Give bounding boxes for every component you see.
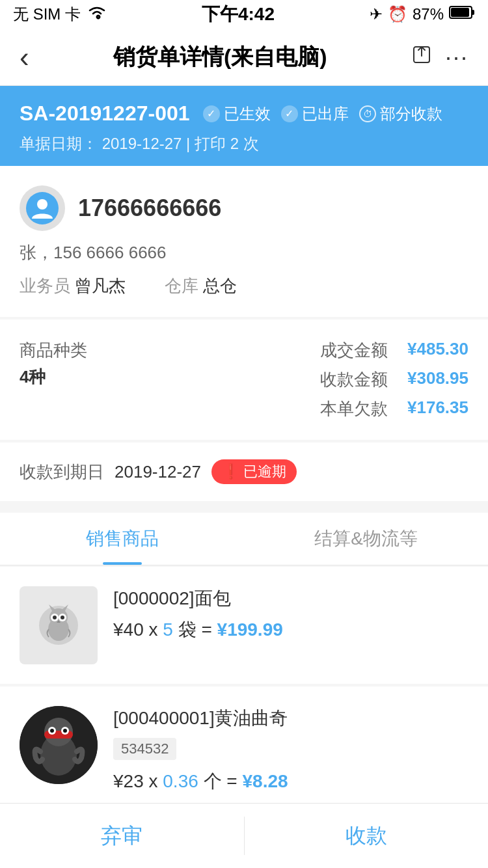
product-price-cookie: ¥23 x 0.36 个 = ¥8.28 (113, 769, 468, 794)
tab-sales-products[interactable]: 销售商品 (0, 513, 244, 565)
nav-right: ··· (411, 44, 468, 71)
svg-point-22 (63, 729, 67, 733)
stats-right: 成交金额 ¥485.30 收款金额 ¥308.95 本单欠款 ¥176.35 (320, 339, 468, 420)
status-bar: 无 SIM 卡 下午4:42 ✈ ⏰ 87% (0, 0, 488, 29)
product-info-bread: [0000002]面包 ¥40 x 5 袋 = ¥199.99 (113, 586, 468, 664)
customer-row: 17666666666 (20, 185, 468, 231)
battery-icon (449, 5, 475, 23)
status-badge-shipped: ✓ 已出库 (281, 103, 349, 124)
svg-rect-1 (472, 10, 474, 15)
overdue-badge: ❗ 已逾期 (211, 459, 297, 484)
due-date-section: 收款到期日 2019-12-27 ❗ 已逾期 (0, 442, 488, 501)
receipt-row: 收款金额 ¥308.95 (320, 368, 468, 391)
product-type-count: 4种 (20, 366, 87, 388)
svg-point-13 (61, 616, 64, 619)
order-header-row: SA-20191227-001 ✓ 已生效 ✓ 已出库 ⏱ 部分收款 (20, 102, 468, 126)
status-right: ✈ ⏰ 87% (370, 5, 475, 23)
back-button[interactable]: ‹ (20, 41, 29, 74)
cancel-review-button[interactable]: 弃审 (0, 804, 244, 868)
tabs-row: 销售商品 结算&物流等 (0, 513, 488, 565)
product-name-cookie: [000400001]黄油曲奇 (113, 706, 468, 731)
product-name-bread: [0000002]面包 (113, 586, 468, 611)
product-info-cookie: [000400001]黄油曲奇 534532 ¥23 x 0.36 个 = ¥8… (113, 706, 468, 794)
tabs-section: 销售商品 结算&物流等 (0, 513, 488, 565)
status-badge-active: ✓ 已生效 (203, 103, 271, 124)
header-date: 单据日期： 2019-12-27 | 打印 2 次 (20, 133, 468, 154)
customer-phone: 17666666666 (78, 195, 221, 222)
salesman-info: 业务员 曾凡杰 (20, 275, 126, 297)
stats-section: 商品种类 4种 成交金额 ¥485.30 收款金额 ¥308.95 本单欠款 ¥… (0, 319, 488, 440)
avatar (20, 185, 65, 231)
battery-text: 87% (413, 5, 444, 23)
product-price-bread: ¥40 x 5 袋 = ¥199.99 (113, 617, 468, 642)
header-banner: SA-20191227-001 ✓ 已生效 ✓ 已出库 ⏱ 部分收款 单据日期：… (0, 86, 488, 166)
location-icon: ✈ (370, 5, 383, 23)
transaction-row: 成交金额 ¥485.30 (320, 339, 468, 362)
product-sku-cookie: 534532 (113, 738, 176, 760)
sim-text: 无 SIM 卡 (13, 4, 81, 25)
svg-rect-2 (451, 8, 469, 17)
product-type-label: 商品种类 (20, 339, 87, 362)
svg-point-12 (53, 616, 57, 619)
check-icon-active: ✓ (203, 105, 220, 122)
status-time: 下午4:42 (202, 2, 275, 27)
alarm-icon: ⏰ (388, 5, 407, 23)
order-number: SA-20191227-001 (20, 102, 190, 126)
product-image-bread (20, 586, 98, 664)
nav-bar: ‹ 销货单详情(来自电脑) ··· (0, 29, 488, 86)
wifi-icon (87, 5, 107, 23)
page-title: 销货单详情(来自电脑) (113, 42, 327, 72)
warehouse-info: 仓库 总仓 (165, 275, 237, 297)
status-badge-partial: ⏱ 部分收款 (359, 103, 442, 124)
svg-point-4 (37, 199, 47, 210)
product-image-cookie (20, 706, 98, 784)
svg-point-21 (50, 729, 54, 733)
customer-meta: 业务员 曾凡杰 仓库 总仓 (20, 275, 468, 297)
debt-row: 本单欠款 ¥176.35 (320, 398, 468, 420)
tab-settlement-logistics[interactable]: 结算&物流等 (244, 513, 488, 565)
bottom-bar: 弃审 收款 (0, 803, 488, 868)
overdue-exclamation-icon: ❗ (222, 463, 239, 480)
share-icon[interactable] (411, 44, 432, 70)
more-icon[interactable]: ··· (445, 44, 468, 71)
product-item-cookie: [000400001]黄油曲奇 534532 ¥23 x 0.36 个 = ¥8… (0, 686, 488, 813)
check-icon-shipped: ✓ (281, 105, 298, 122)
customer-section: 17666666666 张，156 6666 6666 业务员 曾凡杰 仓库 总… (0, 166, 488, 317)
collect-payment-button[interactable]: 收款 (245, 804, 489, 868)
product-item-bread: [0000002]面包 ¥40 x 5 袋 = ¥199.99 (0, 567, 488, 684)
clock-icon: ⏱ (359, 105, 376, 122)
avatar-icon (26, 192, 59, 224)
nav-left: ‹ (20, 41, 29, 74)
status-left: 无 SIM 卡 (13, 4, 107, 25)
customer-name: 张，156 6666 6666 (20, 241, 468, 264)
status-badges: ✓ 已生效 ✓ 已出库 ⏱ 部分收款 (203, 103, 442, 124)
stats-left: 商品种类 4种 (20, 339, 87, 388)
